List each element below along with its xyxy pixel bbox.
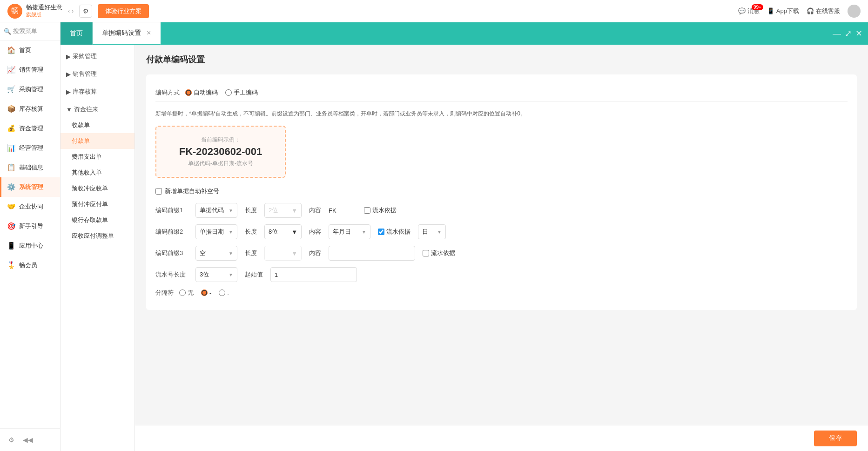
sidebar-item-operation[interactable]: 📊 经营管理 bbox=[0, 138, 60, 158]
user-avatar[interactable] bbox=[848, 5, 861, 18]
sub-sidebar-receipt[interactable]: 收款单 bbox=[61, 117, 135, 133]
tab-bar: 首页 单据编码设置 × — ⤢ ✕ bbox=[61, 22, 868, 45]
prefix1-value: 单据代码 bbox=[200, 206, 224, 215]
message-item[interactable]: 💬 消息 99+ bbox=[738, 7, 760, 15]
sidebar-item-inventory[interactable]: 📦 库存核算 bbox=[0, 99, 60, 119]
separator-options: 无 - . bbox=[179, 289, 229, 297]
serial1-check-input[interactable] bbox=[364, 207, 370, 214]
sub-sidebar-prepay-pay[interactable]: 预付冲应付单 bbox=[61, 196, 135, 212]
sidebar-item-purchase[interactable]: 🛒 采购管理 bbox=[0, 80, 60, 99]
sub-sidebar-group-label: 采购管理 bbox=[73, 52, 97, 61]
serial2-period-arrow-icon: ▼ bbox=[437, 229, 442, 235]
serial2-period-select[interactable]: 日 ▼ bbox=[418, 224, 446, 239]
serial-length-select[interactable]: 3位 ▼ bbox=[195, 267, 237, 282]
sidebar-item-enterprise[interactable]: 🤝 企业协同 bbox=[0, 197, 60, 216]
length1-arrow-icon: ▼ bbox=[291, 207, 297, 214]
content3-input[interactable] bbox=[329, 246, 415, 261]
sidebar-item-home[interactable]: 🏠 首页 bbox=[0, 40, 60, 60]
message-badge: 99+ bbox=[752, 4, 763, 10]
sidebar-item-label: 首页 bbox=[19, 46, 31, 54]
sidebar-item-guide[interactable]: 🎯 新手引导 bbox=[0, 216, 60, 236]
content2-select[interactable]: 年月日 ▼ bbox=[329, 224, 370, 239]
online-service-item[interactable]: 🎧 在线客服 bbox=[807, 7, 840, 15]
tab-close-all-btn[interactable]: ✕ bbox=[855, 28, 862, 39]
sub-sidebar-group-label: 库存核算 bbox=[73, 88, 97, 96]
sub-sidebar-other-income[interactable]: 其他收入单 bbox=[61, 165, 135, 181]
sub-sidebar-expense[interactable]: 费用支出单 bbox=[61, 149, 135, 165]
start-value-input[interactable] bbox=[270, 267, 357, 282]
app-download-item[interactable]: 📱 App下载 bbox=[767, 7, 799, 15]
sub-sidebar-purchase-title[interactable]: ▶ 采购管理 bbox=[61, 48, 135, 64]
prefix1-arrow-icon: ▼ bbox=[229, 208, 233, 213]
sidebar-collapse-btn[interactable]: ◀◀ bbox=[21, 433, 34, 446]
service-icon: 🎧 bbox=[807, 7, 814, 14]
radio-auto-input[interactable] bbox=[185, 89, 192, 96]
sep-none-radio[interactable]: 无 bbox=[179, 289, 194, 297]
sub-sidebar-group-inventory: ▶ 库存核算 bbox=[61, 84, 135, 100]
prefix2-select[interactable]: 单据日期 ▼ bbox=[195, 224, 237, 239]
arrow-icon-down: ▼ bbox=[66, 106, 72, 113]
radio-auto[interactable]: 自动编码 bbox=[185, 88, 218, 97]
sidebar-item-system[interactable]: ⚙️ 系统管理 bbox=[0, 177, 60, 197]
prefix2-row: 编码前缀2 单据日期 ▼ 长度 8位 ▼ 内容 bbox=[155, 224, 848, 239]
prefix3-select[interactable]: 空 ▼ bbox=[195, 246, 237, 261]
sidebar-item-appcenter[interactable]: 📱 应用中心 bbox=[0, 236, 60, 256]
sidebar-item-finance[interactable]: 💰 资金管理 bbox=[0, 119, 60, 138]
tab-maximize-btn[interactable]: ⤢ bbox=[845, 28, 852, 39]
sales-icon: 📈 bbox=[7, 66, 15, 74]
sep-none-input[interactable] bbox=[179, 289, 186, 296]
sub-sidebar-capital-label: 资金往来 bbox=[74, 105, 98, 114]
serial2-checkbox[interactable]: 流水依据 bbox=[378, 228, 410, 236]
sub-sidebar-inventory-title[interactable]: ▶ 库存核算 bbox=[61, 84, 135, 100]
arrow-icon: ▶ bbox=[66, 53, 71, 60]
auto-fill-label: 新增单据自动补空号 bbox=[165, 187, 219, 195]
prefix1-select[interactable]: 单据代码 ▼ bbox=[195, 203, 237, 218]
tab-encoding[interactable]: 单据编码设置 × bbox=[93, 22, 161, 45]
nav-arrows[interactable]: ‹ › bbox=[68, 8, 74, 14]
serial-length-arrow-icon: ▼ bbox=[229, 272, 233, 277]
sub-sidebar-payment[interactable]: 付款单 bbox=[61, 133, 135, 149]
tab-minimize-btn[interactable]: — bbox=[833, 29, 841, 39]
length2-select[interactable]: 8位 ▼ bbox=[264, 224, 302, 239]
content2-value: 年月日 bbox=[333, 228, 351, 236]
serial2-check-input[interactable] bbox=[378, 229, 384, 235]
nav-back-icon[interactable]: ‹ bbox=[68, 8, 70, 14]
length3-select[interactable]: ▼ bbox=[264, 246, 302, 261]
sub-sidebar-bank[interactable]: 银行存取款单 bbox=[61, 212, 135, 228]
length2-arrow-icon: ▼ bbox=[291, 229, 297, 236]
encoding-method-label: 编码方式 bbox=[155, 88, 180, 97]
length1-select[interactable]: 2位 ▼ bbox=[264, 203, 302, 218]
tab-close-icon[interactable]: × bbox=[147, 29, 151, 37]
sidebar-item-sales[interactable]: 📈 销售管理 bbox=[0, 60, 60, 80]
sidebar-search-label: 搜索菜单 bbox=[13, 27, 37, 35]
sidebar-item-membership[interactable]: 🎖️ 畅会员 bbox=[0, 256, 60, 275]
sub-sidebar-sales-title[interactable]: ▶ 销售管理 bbox=[61, 66, 135, 82]
prefix1-label: 编码前缀1 bbox=[155, 206, 188, 215]
sidebar-settings-btn[interactable]: ⚙ bbox=[5, 433, 18, 446]
sidebar-item-basic[interactable]: 📋 基础信息 bbox=[0, 158, 60, 177]
sep-dash-radio[interactable]: - bbox=[201, 289, 211, 296]
settings-icon[interactable]: ⚙ bbox=[79, 5, 92, 18]
save-button[interactable]: 保存 bbox=[814, 431, 857, 446]
serial1-checkbox[interactable]: 流水依据 bbox=[364, 206, 397, 215]
serial2-label: 流水依据 bbox=[386, 228, 410, 236]
radio-manual-input[interactable] bbox=[225, 89, 232, 96]
app-download-label: App下载 bbox=[776, 7, 799, 15]
sub-sidebar-arap-adjust[interactable]: 应收应付调整单 bbox=[61, 228, 135, 244]
serial3-checkbox[interactable]: 流水依据 bbox=[423, 249, 455, 257]
sep-dot-radio[interactable]: . bbox=[219, 289, 229, 296]
membership-icon: 🎖️ bbox=[7, 261, 15, 269]
sep-dash-input[interactable] bbox=[201, 289, 208, 296]
sub-sidebar: ▶ 采购管理 ▶ 销售管理 ▶ 库存核算 bbox=[61, 45, 135, 451]
sidebar-search[interactable]: 🔍 搜索菜单 bbox=[0, 22, 60, 40]
nav-forward-icon[interactable]: › bbox=[72, 8, 74, 14]
sub-sidebar-capital-title[interactable]: ▼ 资金往来 bbox=[61, 101, 135, 117]
radio-manual[interactable]: 手工编码 bbox=[225, 88, 258, 97]
sub-sidebar-prepay-recv[interactable]: 预收冲应收单 bbox=[61, 181, 135, 196]
serial3-check-input[interactable] bbox=[423, 250, 429, 256]
trial-button[interactable]: 体验行业方案 bbox=[98, 4, 149, 18]
prefix2-value: 单据日期 bbox=[200, 228, 224, 236]
tab-home[interactable]: 首页 bbox=[61, 22, 93, 45]
auto-fill-checkbox[interactable] bbox=[155, 188, 162, 195]
sep-dot-input[interactable] bbox=[219, 289, 225, 296]
